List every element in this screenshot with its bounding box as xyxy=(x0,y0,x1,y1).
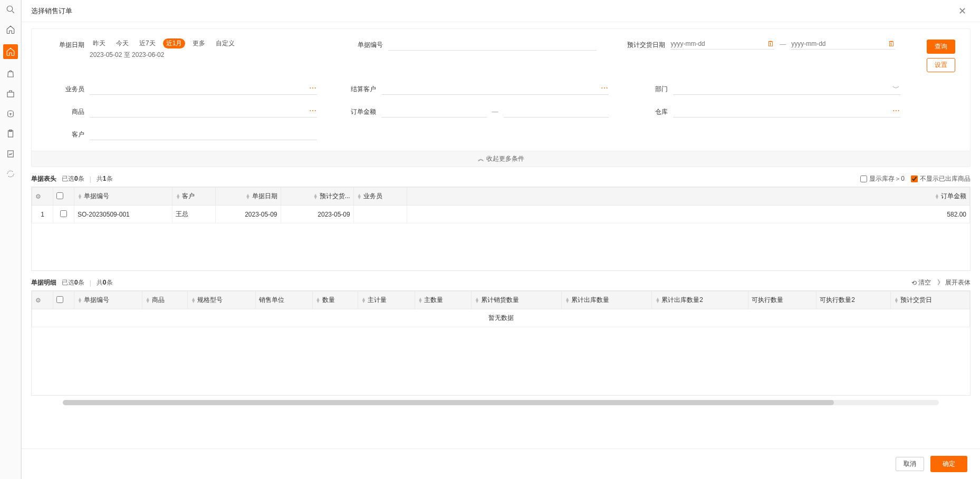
more-icon[interactable]: ⋯ xyxy=(309,106,317,115)
left-nav-rail xyxy=(0,0,21,479)
sort-icon[interactable]: ▲▼ xyxy=(935,194,939,199)
date-chip-1[interactable]: 今天 xyxy=(113,38,132,48)
home-icon[interactable] xyxy=(5,24,16,35)
date-chip-0[interactable]: 昨天 xyxy=(90,38,109,48)
sort-icon[interactable]: ▲▼ xyxy=(176,194,180,199)
expand-body-button[interactable]: 》展开表体 xyxy=(937,278,971,287)
header-col-4[interactable]: ▲▼业务员 xyxy=(353,188,407,206)
salesman-input[interactable] xyxy=(90,83,317,95)
select-all-detail-checkbox[interactable] xyxy=(56,296,63,303)
cancel-button[interactable]: 取消 xyxy=(896,457,924,471)
sort-icon[interactable]: ▲▼ xyxy=(316,298,321,303)
detail-col-3[interactable]: 销售单位 xyxy=(255,291,312,309)
detail-col-5[interactable]: ▲▼主计量 xyxy=(358,291,415,309)
date-chip-group: 昨天今天近7天近1月更多自定义 xyxy=(90,38,324,48)
reset-button[interactable]: 设置 xyxy=(927,58,955,72)
detail-col-1[interactable]: ▲▼商品 xyxy=(142,291,187,309)
sort-icon[interactable]: ▲▼ xyxy=(361,298,366,303)
amount-from-input[interactable] xyxy=(381,105,487,118)
sort-icon[interactable]: ▲▼ xyxy=(565,298,570,303)
sort-icon[interactable]: ▲▼ xyxy=(146,298,150,303)
date-chip-5[interactable]: 自定义 xyxy=(213,38,238,48)
date-range-text: 2023-05-02 至 2023-06-02 xyxy=(90,51,324,60)
settle-customer-input[interactable] xyxy=(381,83,609,95)
header-col-1[interactable]: ▲▼客户 xyxy=(172,188,215,206)
date-chip-4[interactable]: 更多 xyxy=(189,38,208,48)
detail-horizontal-scrollbar[interactable] xyxy=(63,400,939,405)
dashboard-icon[interactable] xyxy=(3,44,18,59)
calendar-icon[interactable]: 🗓 xyxy=(767,40,774,48)
gear-icon[interactable]: ⚙ xyxy=(35,193,41,200)
product-label: 商品 xyxy=(46,105,84,116)
detail-col-4[interactable]: ▲▼数量 xyxy=(312,291,358,309)
chevron-down-icon[interactable]: ﹀ xyxy=(892,84,900,93)
warehouse-input[interactable] xyxy=(673,105,900,118)
dept-input[interactable] xyxy=(673,83,900,95)
detail-col-6[interactable]: ▲▼主数量 xyxy=(415,291,472,309)
select-all-checkbox[interactable] xyxy=(56,192,63,199)
header-table: ⚙ ▲▼单据编号▲▼客户▲▼单据日期▲▼预计交货...▲▼业务员▲▼订单金额 1… xyxy=(32,187,970,223)
collapse-conditions-button[interactable]: ︽ 收起更多条件 xyxy=(32,151,970,167)
sort-icon[interactable]: ▲▼ xyxy=(894,298,899,303)
detail-col-11[interactable]: 可执行数量2 xyxy=(816,291,891,309)
detail-col-7[interactable]: ▲▼累计销货数量 xyxy=(472,291,562,309)
sort-icon[interactable]: ▲▼ xyxy=(418,298,423,303)
header-col-3[interactable]: ▲▼预计交货... xyxy=(281,188,353,206)
report-icon[interactable] xyxy=(5,149,16,159)
est-date-to-input[interactable] xyxy=(791,40,888,47)
header-section-title: 单据表头 xyxy=(31,174,56,183)
salesman-label: 业务员 xyxy=(46,83,84,94)
detail-col-8[interactable]: ▲▼累计出库数量 xyxy=(562,291,652,309)
bag-icon[interactable] xyxy=(5,69,16,79)
detail-section-title: 单据明细 xyxy=(31,278,56,287)
est-date-from-input[interactable] xyxy=(670,40,767,47)
show-stock-checkbox[interactable]: 显示库存＞0 xyxy=(860,174,905,183)
customer-input[interactable] xyxy=(90,128,317,140)
header-col-2[interactable]: ▲▼单据日期 xyxy=(215,188,281,206)
hide-outstock-checkbox[interactable]: 不显示已出库商品 xyxy=(911,174,971,183)
header-total-count: 共1条 xyxy=(97,174,113,183)
sort-icon[interactable]: ▲▼ xyxy=(475,298,479,303)
ok-button[interactable]: 确定 xyxy=(930,456,967,472)
building-icon[interactable] xyxy=(5,89,16,99)
calendar-icon[interactable]: 🗓 xyxy=(888,40,895,48)
sort-icon[interactable]: ▲▼ xyxy=(357,194,362,199)
money-icon[interactable] xyxy=(5,109,16,119)
header-col-0[interactable]: ▲▼单据编号 xyxy=(74,188,172,206)
clear-button[interactable]: ⟲清空 xyxy=(911,278,931,287)
doc-no-input[interactable] xyxy=(388,38,597,51)
detail-col-0[interactable]: ▲▼单据编号 xyxy=(74,291,142,309)
detail-col-10[interactable]: 可执行数量 xyxy=(748,291,816,309)
sync-icon[interactable] xyxy=(5,169,16,179)
amount-to-input[interactable] xyxy=(504,105,609,118)
modal-title: 选择销售订单 xyxy=(31,6,72,16)
sort-icon[interactable]: ▲▼ xyxy=(78,298,82,303)
detail-col-9[interactable]: ▲▼累计出库数量2 xyxy=(652,291,748,309)
close-icon[interactable]: ✕ xyxy=(954,3,971,19)
detail-col-12[interactable]: ▲▼预计交货日 xyxy=(890,291,969,309)
header-col-5[interactable]: ▲▼订单金额 xyxy=(407,188,970,206)
row-checkbox[interactable] xyxy=(60,210,67,217)
query-button[interactable]: 查询 xyxy=(927,40,955,54)
product-input[interactable] xyxy=(90,105,317,118)
more-icon[interactable]: ⋯ xyxy=(309,84,317,92)
gear-icon[interactable]: ⚙ xyxy=(35,297,41,304)
sort-icon[interactable]: ▲▼ xyxy=(246,194,251,199)
sort-icon[interactable]: ▲▼ xyxy=(78,194,82,199)
table-row[interactable]: 1SO-20230509-001王总2023-05-092023-05-0958… xyxy=(32,206,970,223)
search-icon[interactable] xyxy=(5,4,16,15)
detail-col-2[interactable]: ▲▼规格型号 xyxy=(188,291,256,309)
more-icon[interactable]: ⋯ xyxy=(601,84,609,92)
clipboard-icon[interactable] xyxy=(5,129,16,139)
date-chip-2[interactable]: 近7天 xyxy=(136,38,159,48)
doc-no-label: 单据编号 xyxy=(345,38,383,50)
svg-point-0 xyxy=(7,6,13,12)
settle-customer-label: 结算客户 xyxy=(338,83,376,94)
more-icon[interactable]: ⋯ xyxy=(892,106,900,115)
sort-icon[interactable]: ▲▼ xyxy=(655,298,660,303)
sort-icon[interactable]: ▲▼ xyxy=(191,298,196,303)
date-chip-3[interactable]: 近1月 xyxy=(163,38,186,48)
sort-icon[interactable]: ▲▼ xyxy=(313,194,318,199)
warehouse-label: 仓库 xyxy=(630,105,668,116)
search-panel: 单据日期 昨天今天近7天近1月更多自定义 2023-05-02 至 2023-0… xyxy=(31,28,971,167)
